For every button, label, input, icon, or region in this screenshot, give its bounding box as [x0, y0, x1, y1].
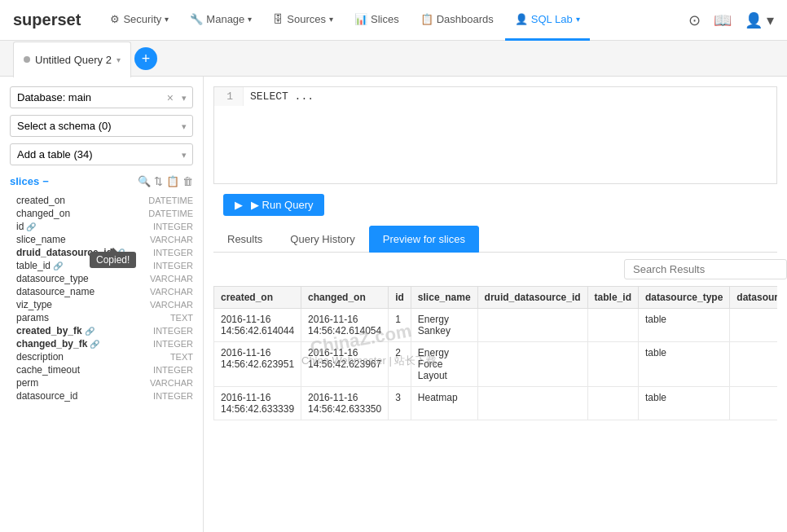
field-type: DATETIME: [148, 209, 193, 218]
table-cell: 2016-11-16 14:56:42.623951: [214, 342, 301, 387]
table-cell: 3: [389, 387, 411, 420]
field-type: INTEGER: [153, 365, 193, 375]
tab-results[interactable]: Results: [213, 226, 276, 253]
chevron-down-icon: ▾: [248, 15, 252, 24]
navbar: superset ⚙ Security ▾ 🔧 Manage ▾ 🗄 Sourc…: [0, 0, 787, 41]
nav-security[interactable]: ⚙ Security ▾: [100, 0, 178, 41]
query-tab-active[interactable]: Untitled Query 2 ▾: [13, 42, 131, 77]
chevron-down-icon: ▾: [165, 15, 169, 24]
field-type: VARCHAR: [150, 274, 193, 284]
run-button-container: ▶ ▶ Run Query: [204, 184, 787, 226]
field-type: TEXT: [170, 313, 193, 323]
nav-sources[interactable]: 🗄 Sources ▾: [263, 0, 343, 41]
field-name: created_by_fk🔗: [16, 325, 95, 336]
table-section: slices − 🔍 ⇅ 📋 🗑 Copied! created_onDATET…: [10, 172, 193, 402]
table-cell: 2016-11-16 14:56:42.623967: [301, 342, 389, 387]
field-name: table_id🔗: [16, 260, 63, 271]
delete-icon[interactable]: 🗑: [182, 175, 193, 187]
table-cell: 2016-11-16 14:56:42.614054: [301, 309, 389, 342]
user-menu-icon[interactable]: 👤 ▾: [745, 11, 774, 29]
results-container: created_onchanged_onidslice_namedruid_da…: [213, 286, 777, 532]
field-name: perm: [16, 377, 38, 389]
field-name: description: [16, 351, 64, 363]
slices-icon: 📊: [354, 13, 367, 25]
field-name: datasource_name: [16, 286, 95, 297]
manage-icon: 🔧: [190, 13, 203, 25]
github-icon[interactable]: ⊙: [688, 11, 701, 29]
table-cell: [587, 387, 638, 420]
tab-dot: [24, 56, 30, 63]
copied-tooltip: Copied!: [90, 252, 136, 268]
copy-icon[interactable]: 📋: [166, 175, 179, 187]
field-row: id🔗INTEGER: [10, 220, 193, 233]
field-name: viz_type: [16, 299, 52, 310]
database-clear-icon[interactable]: ×: [167, 91, 174, 104]
field-name: id🔗: [16, 221, 36, 232]
field-link-icon[interactable]: 🔗: [26, 222, 36, 231]
run-query-button[interactable]: ▶ ▶ Run Query: [223, 194, 324, 216]
field-type: INTEGER: [153, 326, 193, 336]
field-row: slice_nameVARCHAR: [10, 233, 193, 246]
tab-label: Untitled Query 2: [35, 54, 112, 66]
dashboards-icon: 📋: [420, 13, 433, 25]
tab-chevron-icon[interactable]: ▾: [117, 55, 121, 64]
field-link-icon[interactable]: 🔗: [90, 340, 99, 349]
field-type: INTEGER: [153, 248, 193, 257]
table-cell: [730, 342, 777, 387]
nav-manage[interactable]: 🔧 Manage ▾: [180, 0, 262, 41]
table-cell: [730, 309, 777, 342]
table-column-header: druid_datasource_id: [477, 287, 587, 309]
field-row: viz_typeVARCHAR: [10, 298, 193, 311]
sort-icon[interactable]: ⇅: [154, 175, 163, 187]
field-type: INTEGER: [153, 261, 193, 270]
table-column-header: changed_on: [301, 287, 389, 309]
table-cell: 2016-11-16 14:56:42.633350: [301, 387, 389, 420]
field-link-icon[interactable]: 🔗: [85, 327, 95, 336]
field-type: INTEGER: [153, 391, 193, 401]
fields-list: created_onDATETIMEchanged_onDATETIMEid🔗I…: [10, 194, 193, 402]
table-cell: [477, 387, 587, 420]
line-number: 1: [214, 87, 244, 106]
field-name: params: [16, 312, 49, 323]
field-row: changed_onDATETIME: [10, 207, 193, 220]
table-collapse-icon[interactable]: −: [42, 175, 49, 187]
search-icon[interactable]: 🔍: [138, 175, 151, 187]
table-row: 2016-11-16 14:56:42.6239512016-11-16 14:…: [214, 342, 778, 387]
table-row: 2016-11-16 14:56:42.6140442016-11-16 14:…: [214, 309, 778, 342]
database-select[interactable]: Database: main: [10, 86, 193, 108]
add-tab-button[interactable]: +: [134, 47, 157, 70]
nav-slices[interactable]: 📊 Slices: [345, 0, 409, 41]
line-content[interactable]: SELECT ...: [244, 87, 320, 106]
table-cell: [477, 309, 587, 342]
table-select[interactable]: Add a table (34): [10, 143, 193, 165]
table-cell: [587, 342, 638, 387]
field-link-icon[interactable]: 🔗: [53, 262, 63, 270]
chevron-down-icon: ▾: [329, 15, 333, 24]
code-line: 1 SELECT ...: [214, 87, 776, 106]
table-cell: 1: [389, 309, 411, 342]
field-row: created_onDATETIME: [10, 194, 193, 207]
nav-dashboards[interactable]: 📋 Dashboards: [411, 0, 503, 41]
field-name: slice_name: [16, 234, 66, 245]
table-cell: [730, 387, 777, 420]
table-column-header: id: [389, 287, 411, 309]
main-content: Database: main × ▾ Select a schema (0) ▾…: [0, 77, 787, 532]
nav-sqllab[interactable]: 👤 SQL Lab ▾: [505, 0, 590, 41]
tab-preview-slices[interactable]: Preview for slices: [369, 226, 479, 253]
table-cell: table: [638, 387, 729, 420]
table-actions: 🔍 ⇅ 📋 🗑: [138, 175, 193, 187]
tab-query-history[interactable]: Query History: [276, 226, 368, 253]
field-type: INTEGER: [153, 339, 193, 349]
code-editor: 1 SELECT ...: [213, 86, 777, 184]
field-name: datasource_id: [16, 390, 77, 402]
brand-logo: superset: [13, 11, 81, 29]
table-cell: table: [638, 342, 729, 387]
search-results-input[interactable]: [624, 259, 787, 279]
field-name: changed_on: [16, 208, 70, 219]
book-icon[interactable]: 📖: [714, 11, 732, 29]
schema-select[interactable]: Select a schema (0): [10, 115, 193, 137]
table-cell: 2: [389, 342, 411, 387]
table-cell: Heatmap: [411, 387, 477, 420]
table-name-label: slices −: [10, 175, 49, 187]
table-column-header: datasource_name: [730, 287, 777, 309]
